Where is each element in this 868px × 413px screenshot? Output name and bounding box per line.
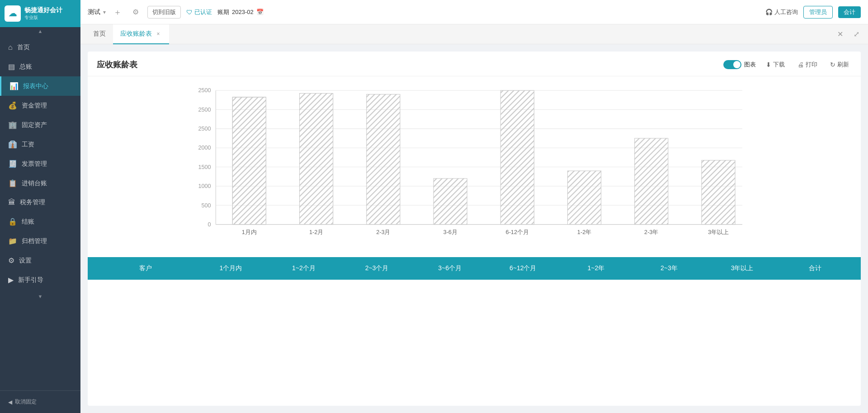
period-value: 2023-02 [232,9,254,15]
sidebar-item-label: 工资 [22,141,34,149]
calendar-icon[interactable]: 📅 [256,9,264,15]
gear-icon: ⚙ [132,8,139,16]
sales-icon: 📋 [8,179,17,188]
sidebar-item-home[interactable]: ⌂ 首页 [0,38,80,57]
sidebar-item-label: 税务管理 [20,198,45,206]
chart-area: 2500 2500 2500 2000 1500 1000 500 0 [88,76,861,257]
svg-text:3-6月: 3-6月 [443,229,457,235]
company-chevron-icon: ▾ [103,9,106,15]
certified-label: 已认证 [194,8,212,16]
sidebar-item-fixed-assets[interactable]: 🏢 固定资产 [0,115,80,135]
scroll-up-arrow[interactable]: ▲ [0,27,80,35]
company-selector[interactable]: 测试 ▾ [88,8,106,16]
certified-status: 🛡 已认证 [186,8,212,16]
cancel-fixed-button[interactable]: ◀ 取消固定 [5,395,76,408]
newuser-icon: ▶ [8,276,14,284]
tax-icon: 🏛 [8,198,15,206]
table-header-cell: 6~12个月 [486,257,560,280]
svg-text:2500: 2500 [198,126,211,132]
svg-rect-20 [300,94,333,225]
salary-icon: 👔 [8,140,17,149]
sidebar-item-sales[interactable]: 📋 进销台账 [0,174,80,193]
svg-rect-21 [367,94,400,225]
old-version-button[interactable]: 切到旧版 [147,6,181,19]
sidebar-nav-scroll: ▲ ⌂ 首页 ▤ 总账 📊 报表中心 💰 资金管理 🏢 固定资产 👔 工资 🧾 … [0,27,80,390]
invoice-icon: 🧾 [8,160,17,168]
app-title-group: 畅捷通好会计 专业版 [24,6,62,21]
sidebar-item-label: 归档管理 [22,237,47,245]
role-button[interactable]: 会计 [838,6,861,18]
sidebar-item-tax[interactable]: 🏛 税务管理 [0,193,80,212]
download-label: 下载 [773,61,785,69]
svg-rect-23 [500,90,534,224]
svg-rect-19 [232,97,266,225]
scroll-down-arrow[interactable]: ▼ [0,292,80,300]
svg-text:1月内: 1月内 [242,229,257,235]
sidebar-item-salary[interactable]: 👔 工资 [0,135,80,154]
sidebar-item-settings[interactable]: ⚙ 设置 [0,251,80,270]
svg-text:3年以上: 3年以上 [708,229,729,235]
pin-icon: ◀ [8,399,12,405]
settings-button[interactable]: ⚙ [129,6,142,19]
company-name: 测试 [88,8,100,16]
page-container: 应收账龄表 图表 ⬇ 下载 🖨 打印 ↻ [88,52,861,406]
svg-text:2-3月: 2-3月 [376,229,390,235]
add-company-button[interactable]: ＋ [111,6,124,19]
consult-button[interactable]: 🎧 人工咨询 [765,8,798,16]
svg-text:2000: 2000 [198,145,211,151]
table-header-cell: 1个月内 [194,257,267,280]
table-header-cell: 1~2个月 [267,257,340,280]
svg-text:500: 500 [201,202,211,209]
sidebar-item-reports[interactable]: 📊 报表中心 [0,76,80,96]
table-header-cell: 3年以上 [706,257,779,280]
print-label: 打印 [806,61,817,69]
shield-icon: 🛡 [186,9,193,16]
consult-label: 人工咨询 [774,8,798,16]
tabbar: 首页应收账龄表× ✕ ⤢ [80,24,868,44]
topbar: 测试 ▾ ＋ ⚙ 切到旧版 🛡 已认证 账期 2023-02 📅 🎧 人工咨询 … [80,0,868,24]
print-button[interactable]: 🖨 打印 [795,59,820,70]
tab-home[interactable]: 首页 [86,24,113,44]
sidebar-item-label: 总账 [19,63,32,71]
print-icon: 🖨 [797,61,804,68]
svg-text:1-2年: 1-2年 [577,229,591,235]
svg-text:2500: 2500 [198,107,211,113]
sidebar-header: ☁ 畅捷通好会计 专业版 [0,0,80,27]
sidebar-nav: ⌂ 首页 ▤ 总账 📊 报表中心 💰 资金管理 🏢 固定资产 👔 工资 🧾 发票… [0,35,80,292]
sidebar-item-funds[interactable]: 💰 资金管理 [0,96,80,115]
refresh-button[interactable]: ↻ 刷新 [827,59,852,70]
download-button[interactable]: ⬇ 下载 [763,59,788,70]
sidebar-item-closing[interactable]: 🔒 结账 [0,212,80,231]
table-header-cell: 客户 [97,257,194,280]
table-header-cell: 2~3年 [632,257,706,280]
svg-text:6-12个月: 6-12个月 [506,229,529,235]
close-tab-button[interactable]: ✕ [834,28,846,41]
page-actions: 图表 ⬇ 下载 🖨 打印 ↻ 刷新 [723,59,852,70]
plus-icon: ＋ [113,7,122,18]
svg-text:1000: 1000 [198,183,211,189]
sidebar-item-label: 新手引导 [18,276,43,284]
content-area: 应收账龄表 图表 ⬇ 下载 🖨 打印 ↻ [80,44,868,413]
sidebar-item-archive[interactable]: 📁 归档管理 [0,231,80,251]
tab-ar-aging[interactable]: 应收账龄表× [113,24,169,44]
sidebar-item-label: 结账 [22,218,34,226]
refresh-label: 刷新 [837,61,849,69]
reports-icon: 📊 [9,82,19,90]
sidebar-item-newuser[interactable]: ▶ 新手引导 [0,270,80,290]
sidebar-item-invoice[interactable]: 🧾 发票管理 [0,154,80,174]
tab-close-ar-aging[interactable]: × [155,30,162,38]
sidebar-item-label: 进销台账 [22,179,47,188]
expand-button[interactable]: ⤢ [850,28,863,41]
sidebar-item-ledger[interactable]: ▤ 总账 [0,57,80,76]
fixed-assets-icon: 🏢 [8,121,17,129]
download-icon: ⬇ [766,61,771,68]
toggle-label: 图表 [744,61,756,69]
sidebar: ☁ 畅捷通好会计 专业版 ▲ ⌂ 首页 ▤ 总账 📊 报表中心 💰 资金管理 🏢… [0,0,80,413]
user-button[interactable]: 管理员 [803,6,833,19]
accounting-period: 账期 2023-02 📅 [217,8,264,16]
chart-toggle[interactable] [723,60,741,69]
svg-text:1-2月: 1-2月 [309,229,323,235]
app-edition: 专业版 [24,14,62,21]
table-header-cell: 3~6个月 [413,257,486,280]
svg-text:2500: 2500 [198,87,211,94]
